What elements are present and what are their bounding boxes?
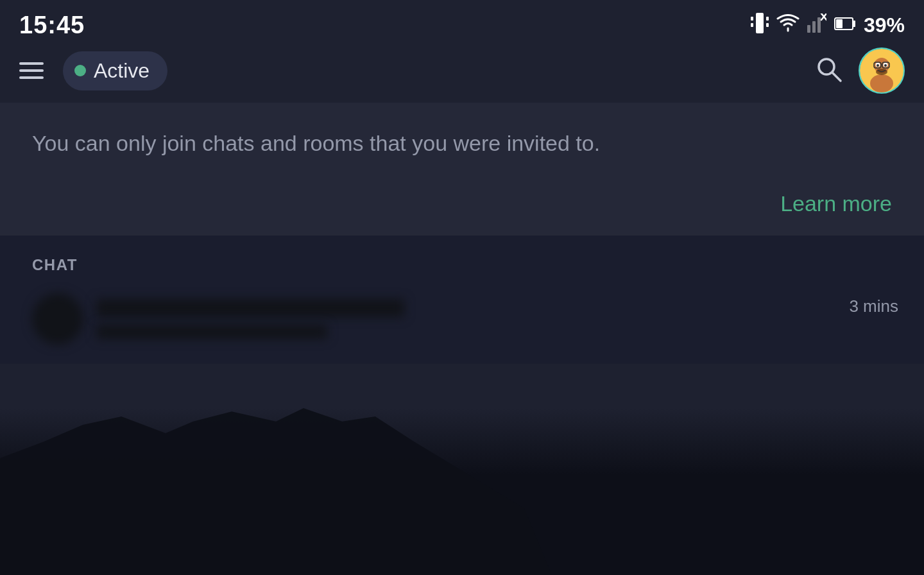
hand-silhouette xyxy=(0,408,552,575)
active-status-badge[interactable]: Active xyxy=(63,51,167,90)
svg-rect-6 xyxy=(812,21,816,33)
toolbar-right xyxy=(815,47,905,94)
battery-percent: 39% xyxy=(864,13,905,37)
svg-rect-2 xyxy=(766,17,769,21)
active-label: Active xyxy=(94,59,150,83)
info-banner: You can only join chats and rooms that y… xyxy=(0,103,924,178)
svg-point-17 xyxy=(870,74,893,92)
svg-rect-5 xyxy=(807,25,810,33)
toolbar-left: Active xyxy=(19,51,167,90)
svg-rect-11 xyxy=(853,21,855,27)
wifi-icon xyxy=(776,14,800,37)
learn-more-link[interactable]: Learn more xyxy=(780,191,892,216)
chat-time: 3 mins xyxy=(849,296,898,316)
chat-preview xyxy=(96,325,327,339)
active-dot-indicator xyxy=(74,65,86,76)
chat-section: CHAT 3 mins xyxy=(0,237,924,364)
chat-avatar xyxy=(32,293,83,345)
status-time: 15:45 xyxy=(19,12,85,39)
chat-content xyxy=(96,299,836,339)
toolbar: Active xyxy=(0,45,924,103)
svg-point-20 xyxy=(877,64,879,67)
info-message: You can only join chats and rooms that y… xyxy=(32,128,892,159)
chat-list-item[interactable]: 3 mins xyxy=(32,287,898,351)
hamburger-menu-button[interactable] xyxy=(19,62,44,79)
no-signal-icon xyxy=(807,13,826,37)
svg-rect-7 xyxy=(817,17,821,33)
user-avatar[interactable] xyxy=(859,47,905,94)
svg-rect-12 xyxy=(836,19,843,28)
silhouette-overlay xyxy=(0,408,924,575)
chat-section-label: CHAT xyxy=(32,256,898,274)
search-button[interactable] xyxy=(815,55,843,86)
svg-rect-1 xyxy=(751,17,753,21)
vibrate-icon xyxy=(751,12,769,39)
svg-point-21 xyxy=(884,64,887,67)
status-bar: 15:45 xyxy=(0,0,924,45)
battery-icon xyxy=(834,15,856,35)
chat-name xyxy=(96,299,404,317)
learn-more-row: Learn more xyxy=(0,178,924,236)
svg-rect-4 xyxy=(766,23,769,27)
status-icons: 39% xyxy=(751,12,905,39)
svg-rect-0 xyxy=(756,13,764,33)
svg-line-14 xyxy=(832,73,841,81)
svg-rect-3 xyxy=(751,23,753,27)
